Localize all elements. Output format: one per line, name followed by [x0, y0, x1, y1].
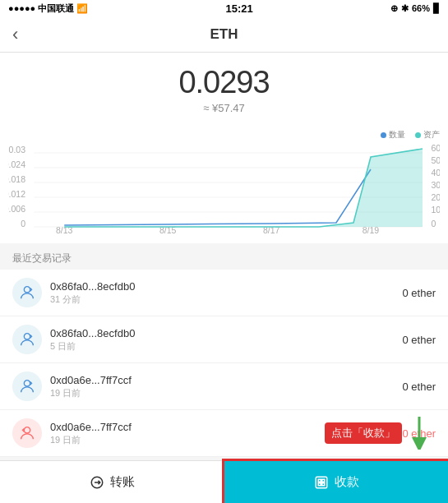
legend-asset-label: 资产: [423, 129, 440, 141]
receive-button[interactable]: 收款: [224, 461, 448, 503]
transfer-button[interactable]: 转账: [0, 461, 224, 503]
tx-icon-1: [12, 325, 42, 354]
svg-text:40: 40: [432, 168, 441, 178]
page-title: ETH: [210, 26, 238, 43]
svg-text:0.024: 0.024: [8, 160, 25, 169]
legend-quantity-label: 数量: [389, 129, 405, 141]
signal-dots: ●●●●●: [8, 3, 35, 13]
svg-text:0: 0: [21, 219, 25, 228]
transfer-icon: [89, 474, 105, 491]
svg-rect-32: [318, 482, 321, 485]
tx-time-2: 19 日前: [50, 387, 403, 399]
svg-text:0.03: 0.03: [9, 145, 26, 155]
status-bar: ●●●●● 中国联通 📶 15:21 ⊕ ✱ 66% ▊: [0, 0, 448, 16]
svg-rect-30: [318, 479, 321, 482]
status-time: 15:21: [225, 2, 252, 15]
tooltip-text: 点击「收款」: [325, 422, 402, 444]
svg-text:20: 20: [432, 193, 441, 202]
chart-section: 数量 资产 0.03 0.024 0.018 0.012 0.006 0 60 …: [0, 122, 448, 243]
svg-point-23: [24, 287, 30, 293]
tx-icon-0: [12, 278, 42, 307]
svg-rect-33: [322, 482, 325, 485]
tx-details-0: 0x86fa0...8ecfdb0 31 分前: [50, 280, 403, 306]
svg-text:8/17: 8/17: [263, 226, 280, 235]
header: ‹ ETH: [0, 16, 448, 53]
tooltip-arrow-icon: [407, 417, 432, 450]
receive-icon: [313, 474, 330, 491]
balance-section: 0.0293 ≈ ¥57.47: [0, 53, 448, 122]
tx-details-1: 0x86fa0...8ecfdb0 5 日前: [50, 327, 403, 353]
svg-text:8/19: 8/19: [363, 226, 380, 235]
svg-text:60: 60: [432, 145, 441, 153]
tx-icon-3: [12, 418, 42, 448]
tx-details-2: 0xd0a6e...7ff7ccf 19 日前: [50, 374, 403, 399]
svg-text:0.018: 0.018: [8, 175, 25, 184]
bluetooth-icon: ✱: [401, 3, 409, 14]
chart-svg: 0.03 0.024 0.018 0.012 0.006 0 60 50 40 …: [8, 145, 440, 235]
tx-hash-1: 0x86fa0...8ecfdb0: [50, 327, 403, 339]
tx-time-3: 19 日前: [50, 434, 372, 446]
svg-text:8/15: 8/15: [159, 226, 177, 235]
chart-container: 0.03 0.024 0.018 0.012 0.006 0 60 50 40 …: [8, 145, 440, 235]
svg-point-26: [24, 427, 30, 433]
balance-amount: 0.0293: [0, 65, 448, 100]
svg-text:0.006: 0.006: [8, 205, 25, 214]
tx-item-0[interactable]: 0x86fa0...8ecfdb0 31 分前 0 ether: [0, 270, 448, 316]
legend-quantity: 数量: [381, 129, 405, 141]
tx-amount-1: 0 ether: [403, 334, 436, 346]
wifi-icon: 📶: [76, 3, 88, 14]
tx-item-2[interactable]: 0xd0a6e...7ff7ccf 19 日前 0 ether: [0, 363, 448, 410]
tx-hash-2: 0xd0a6e...7ff7ccf: [50, 374, 403, 386]
transfer-label: 转账: [110, 474, 135, 490]
tx-hash-3: 0xd0a6e...7ff7ccf: [50, 421, 372, 433]
legend-dot-cyan: [415, 132, 421, 138]
tx-time-1: 5 日前: [50, 340, 403, 353]
status-right: ⊕ ✱ 66% ▊: [390, 3, 440, 14]
legend-dot-blue: [381, 132, 386, 138]
svg-rect-31: [322, 479, 325, 482]
tx-time-0: 31 分前: [50, 293, 403, 306]
bottom-bar: 转账 收款: [0, 460, 448, 503]
tx-hash-0: 0x86fa0...8ecfdb0: [50, 280, 403, 293]
tx-amount-0: 0 ether: [403, 287, 436, 299]
svg-text:0: 0: [432, 219, 436, 228]
svg-text:10: 10: [432, 205, 441, 215]
svg-text:8/13: 8/13: [56, 226, 73, 235]
carrier: 中国联通: [38, 2, 74, 15]
legend-asset: 资产: [415, 129, 440, 141]
svg-text:50: 50: [432, 156, 441, 165]
tx-details-3: 0xd0a6e...7ff7ccf 19 日前: [50, 421, 372, 446]
balance-cny: ≈ ¥57.47: [0, 102, 448, 114]
battery-icon: ▊: [433, 3, 440, 14]
svg-text:30: 30: [432, 181, 441, 190]
status-left: ●●●●● 中国联通 📶: [8, 2, 88, 15]
back-button[interactable]: ‹: [12, 25, 18, 44]
receive-label: 收款: [335, 474, 359, 490]
section-title: 最近交易记录: [0, 243, 448, 270]
tx-icon-2: [12, 371, 42, 401]
tx-amount-2: 0 ether: [403, 381, 436, 393]
tooltip: 点击「收款」: [325, 417, 432, 450]
charge-icon: ⊕: [390, 3, 398, 14]
svg-text:0.012: 0.012: [8, 190, 25, 199]
svg-point-24: [24, 334, 30, 339]
tx-item-1[interactable]: 0x86fa0...8ecfdb0 5 日前 0 ether: [0, 316, 448, 363]
chart-legend: 数量 资产: [8, 129, 440, 141]
battery-level: 66%: [412, 3, 430, 13]
svg-point-25: [24, 381, 30, 386]
